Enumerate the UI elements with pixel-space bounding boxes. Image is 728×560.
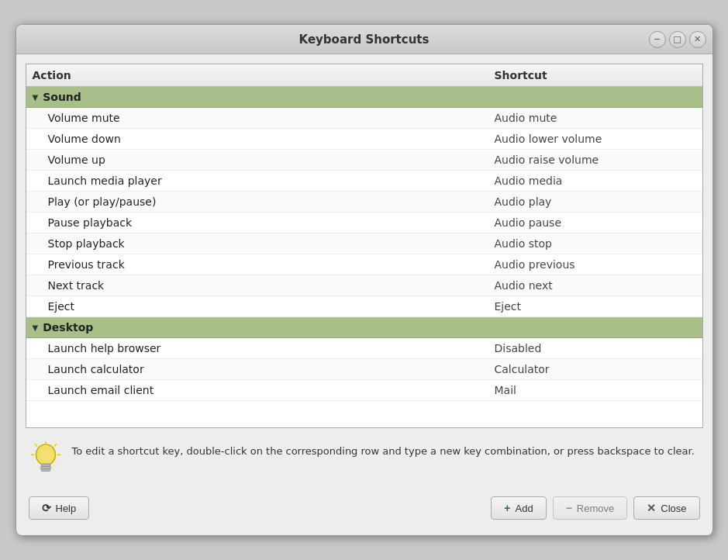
action-cell: Eject bbox=[48, 300, 495, 313]
info-text: To edit a shortcut key, double-click on … bbox=[72, 441, 695, 459]
header-action: Action bbox=[33, 69, 495, 81]
table-row[interactable]: Volume mute Audio mute bbox=[26, 108, 702, 129]
add-button[interactable]: + Add bbox=[491, 496, 546, 520]
titlebar: Keyboard Shortcuts − □ ✕ bbox=[16, 25, 712, 54]
remove-button[interactable]: − Remove bbox=[553, 496, 628, 520]
window-controls: − □ ✕ bbox=[649, 31, 706, 48]
action-cell: Stop playback bbox=[48, 237, 495, 250]
table-row[interactable]: Launch help browser Disabled bbox=[26, 338, 702, 359]
action-cell: Play (or play/pause) bbox=[48, 195, 495, 208]
action-cell: Volume mute bbox=[48, 112, 495, 124]
lightbulb-icon bbox=[29, 441, 63, 481]
header-shortcut: Shortcut bbox=[495, 69, 696, 81]
table-row[interactable]: Eject Eject bbox=[26, 296, 702, 317]
close-icon: ✕ bbox=[647, 502, 656, 514]
action-cell: Launch calculator bbox=[48, 363, 495, 375]
svg-line-8 bbox=[35, 444, 36, 446]
svg-rect-2 bbox=[41, 464, 50, 467]
table-row[interactable]: Launch email client Mail bbox=[26, 380, 702, 401]
table-row[interactable]: Volume down Audio lower volume bbox=[26, 129, 702, 150]
help-icon: ⟳ bbox=[42, 502, 51, 514]
svg-point-1 bbox=[40, 449, 51, 461]
shortcut-cell: Audio next bbox=[495, 279, 696, 292]
action-buttons: + Add − Remove ✕ Close bbox=[491, 496, 699, 520]
table-body[interactable]: ▼ Sound Volume mute Audio mute Volume do… bbox=[26, 87, 702, 427]
main-content: Action Shortcut ▼ Sound Volume mute Audi… bbox=[16, 54, 712, 535]
shortcut-cell: Audio pause bbox=[495, 216, 696, 229]
shortcut-cell: Audio lower volume bbox=[495, 133, 696, 145]
shortcut-cell: Audio mute bbox=[495, 112, 696, 124]
shortcut-cell: Mail bbox=[495, 384, 696, 396]
table-row[interactable]: Volume up Audio raise volume bbox=[26, 150, 702, 171]
svg-rect-4 bbox=[41, 469, 50, 472]
group-chevron: ▼ bbox=[33, 93, 39, 102]
shortcut-cell: Audio media bbox=[495, 175, 696, 187]
action-cell: Launch email client bbox=[48, 384, 495, 396]
keyboard-shortcuts-window: Keyboard Shortcuts − □ ✕ Action Shortcut… bbox=[16, 24, 713, 536]
minimize-button[interactable]: − bbox=[649, 31, 666, 48]
shortcut-cell: Audio stop bbox=[495, 237, 696, 250]
table-row[interactable]: Play (or play/pause) Audio play bbox=[26, 192, 702, 213]
group-label: Sound bbox=[43, 91, 81, 103]
close-button[interactable]: ✕ bbox=[689, 31, 706, 48]
group-row-0[interactable]: ▼ Sound bbox=[26, 87, 702, 108]
group-chevron: ▼ bbox=[33, 323, 39, 332]
shortcut-cell: Disabled bbox=[495, 342, 696, 354]
action-cell: Pause playback bbox=[48, 216, 495, 229]
table-row[interactable]: Pause playback Audio pause bbox=[26, 213, 702, 233]
window-title: Keyboard Shortcuts bbox=[299, 33, 430, 47]
remove-icon: − bbox=[566, 502, 572, 514]
help-button[interactable]: ⟳ Help bbox=[29, 496, 90, 520]
group-row-1[interactable]: ▼ Desktop bbox=[26, 317, 702, 338]
shortcut-cell: Audio previous bbox=[495, 258, 696, 271]
action-cell: Launch media player bbox=[48, 175, 495, 187]
shortcuts-table: Action Shortcut ▼ Sound Volume mute Audi… bbox=[26, 64, 703, 428]
shortcut-cell: Calculator bbox=[495, 363, 696, 375]
action-cell: Volume down bbox=[48, 133, 495, 145]
svg-rect-3 bbox=[40, 467, 50, 469]
add-icon: + bbox=[504, 502, 510, 514]
action-cell: Volume up bbox=[48, 154, 495, 166]
shortcut-cell: Audio play bbox=[495, 195, 696, 208]
action-cell: Next track bbox=[48, 279, 495, 292]
action-cell: Previous track bbox=[48, 258, 495, 271]
table-row[interactable]: Launch media player Audio media bbox=[26, 171, 702, 192]
table-row[interactable]: Launch calculator Calculator bbox=[26, 359, 702, 380]
shortcut-cell: Eject bbox=[495, 300, 696, 313]
table-header: Action Shortcut bbox=[26, 64, 702, 87]
table-row[interactable]: Next track Audio next bbox=[26, 275, 702, 296]
svg-line-6 bbox=[54, 444, 56, 446]
table-row[interactable]: Stop playback Audio stop bbox=[26, 233, 702, 254]
maximize-button[interactable]: □ bbox=[669, 31, 686, 48]
close-dialog-button[interactable]: ✕ Close bbox=[633, 496, 699, 520]
group-label: Desktop bbox=[43, 321, 93, 334]
shortcut-cell: Audio raise volume bbox=[495, 154, 696, 166]
table-row[interactable]: Previous track Audio previous bbox=[26, 254, 702, 275]
info-box: To edit a shortcut key, double-click on … bbox=[26, 436, 703, 486]
button-bar: ⟳ Help + Add − Remove ✕ Close bbox=[26, 493, 703, 526]
action-cell: Launch help browser bbox=[48, 342, 495, 354]
